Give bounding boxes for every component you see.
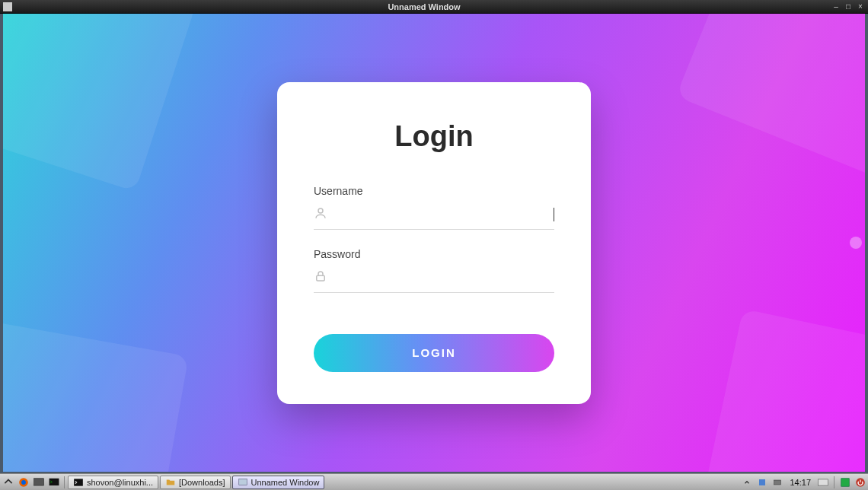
edge-indicator-icon [850, 237, 862, 249]
tray-updates-icon[interactable] [756, 476, 768, 488]
task-label: [Downloads] [179, 478, 225, 487]
svg-rect-7 [238, 479, 247, 485]
svg-rect-4 [34, 478, 44, 485]
username-row [314, 206, 554, 230]
decorative-shape [676, 14, 865, 187]
window-title: Unnamed Window [17, 2, 831, 11]
maximize-button[interactable]: □ [844, 3, 853, 11]
taskbar-divider [64, 476, 65, 488]
svg-rect-5 [49, 478, 59, 485]
tray-app-icon[interactable] [839, 476, 851, 488]
svg-rect-10 [819, 479, 828, 485]
terminal-icon [73, 477, 84, 488]
password-field-group: Password [314, 248, 554, 293]
show-desktop-icon[interactable] [32, 476, 46, 489]
app-window-icon [238, 477, 248, 488]
taskbar-left: shovon@linuxhi... [Downloads] Unnamed Wi… [2, 476, 324, 489]
password-row [314, 269, 554, 293]
login-title: Login [314, 120, 554, 153]
taskbar: shovon@linuxhi... [Downloads] Unnamed Wi… [0, 473, 868, 490]
taskbar-clock[interactable]: 14:17 [787, 478, 814, 487]
decorative-shape [3, 317, 189, 472]
tray-keyboard-icon[interactable] [817, 476, 829, 488]
window-app-icon [3, 2, 12, 11]
decorative-shape [702, 309, 865, 472]
taskbar-divider [834, 476, 834, 488]
login-card: Login Username Password [277, 82, 591, 404]
password-input[interactable] [340, 271, 554, 284]
svg-rect-6 [74, 479, 83, 485]
svg-point-3 [21, 480, 26, 485]
app-content: Login Username Password [3, 14, 865, 472]
start-menu-icon[interactable] [2, 476, 15, 489]
firefox-icon[interactable] [17, 476, 30, 489]
username-field-group: Username [314, 185, 554, 230]
tray-network-icon[interactable] [771, 476, 783, 488]
svg-point-0 [318, 208, 323, 213]
password-label: Password [314, 248, 554, 260]
lock-icon [314, 269, 329, 286]
svg-rect-9 [774, 480, 781, 485]
task-label: shovon@linuxhi... [87, 478, 153, 487]
svg-rect-11 [841, 478, 850, 486]
decorative-shape [3, 14, 196, 192]
task-label: Unnamed Window [251, 478, 320, 487]
window-controls: – □ × [831, 3, 865, 11]
tray-chevron-icon[interactable] [741, 476, 753, 488]
system-tray: 14:17 [741, 476, 866, 488]
terminal-launcher-icon[interactable] [47, 476, 61, 489]
username-input[interactable] [340, 208, 554, 221]
task-button-terminal[interactable]: shovon@linuxhi... [68, 476, 158, 489]
username-label: Username [314, 185, 554, 197]
window-titlebar: Unnamed Window – □ × [0, 0, 868, 14]
text-cursor [554, 208, 554, 221]
folder-icon [165, 477, 176, 488]
task-button-downloads[interactable]: [Downloads] [160, 476, 231, 489]
svg-rect-8 [759, 479, 765, 485]
svg-rect-1 [317, 275, 325, 281]
login-button[interactable]: LOGIN [314, 334, 554, 372]
tray-power-icon[interactable] [854, 476, 866, 488]
task-button-unnamed-window[interactable]: Unnamed Window [232, 476, 325, 489]
user-icon [314, 206, 329, 223]
minimize-button[interactable]: – [831, 3, 841, 11]
close-button[interactable]: × [856, 3, 865, 11]
